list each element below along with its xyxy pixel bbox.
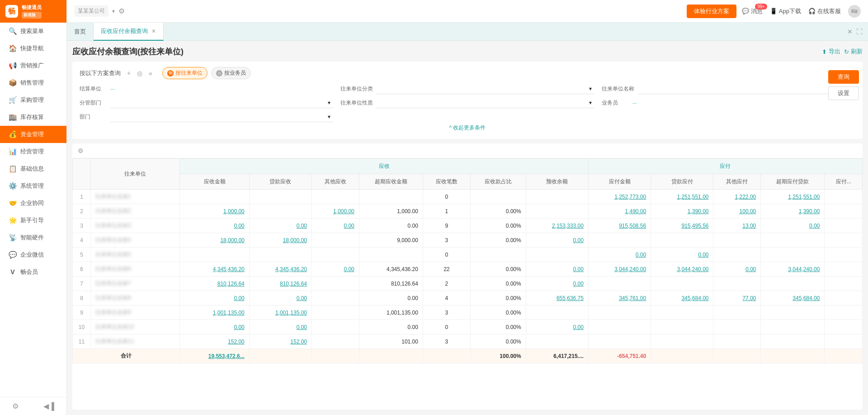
guide-icon: 🌟 <box>9 216 17 224</box>
results-table: 往来单位 应收 应付 应收金额 贷款应收 其他应收 超期应收金额 应收笔数 应收… <box>72 158 863 363</box>
filter-partner-type-label: 往来单位分类 <box>340 85 373 93</box>
export-button[interactable]: ⬆ 导出 <box>822 48 840 56</box>
marketing-icon: 📢 <box>9 62 17 70</box>
row-ap-overdue-10 <box>761 334 825 349</box>
filter-partner-nature-select[interactable]: ▾ <box>377 98 594 108</box>
row-ap-overdue-6 <box>761 277 825 291</box>
sidebar-item-inventory[interactable]: 🏬 库存核算 <box>0 109 66 126</box>
row-ap-overdue-7: 345,684.00 <box>761 291 825 305</box>
collapse-sidebar-icon[interactable]: ◀▐ <box>43 402 54 410</box>
tab-receivable-query[interactable]: 应收应付余额查询 ✕ <box>94 23 164 41</box>
row-ap-amount-8 <box>588 305 651 320</box>
filter-subdept-select[interactable]: ▾ <box>110 112 333 122</box>
row-ar-loan-0 <box>249 190 311 204</box>
app-download-button[interactable]: 📱 App下载 <box>770 7 801 15</box>
scheme-tag-salesperson[interactable]: ◷ 按业务员 <box>211 67 251 79</box>
sidebar-item-search[interactable]: 🔍 搜索菜单 <box>0 23 66 40</box>
settings-gear-icon[interactable]: ⚙ <box>118 7 125 15</box>
row-ar-overdue-2: 0.00 <box>359 219 423 233</box>
messages-button[interactable]: 💬 消息 99+ <box>742 7 763 15</box>
sidebar-item-member[interactable]: V 畅会员 <box>0 263 66 281</box>
row-ar-overdue-9: 0.00 <box>359 320 423 334</box>
sidebar-item-system[interactable]: ⚙️ 系统管理 <box>0 177 66 195</box>
sidebar-item-finance[interactable]: 💰 资金管理 <box>0 126 66 143</box>
export-icon: ⬆ <box>822 48 827 55</box>
add-scheme-icon[interactable]: ＋ <box>124 69 133 78</box>
sidebar-item-guide[interactable]: 🌟 新手引导 <box>0 212 66 229</box>
query-settings-buttons: 查询 设置 <box>828 70 859 100</box>
cta-button[interactable]: 体验行业方案 <box>687 5 736 18</box>
member-icon: V <box>9 268 17 276</box>
th-ap-other: 其他应付 <box>713 174 761 190</box>
sidebar-logo: 畅 畅捷通员 标准版 <box>0 0 66 23</box>
row-ap-other-0: 1,222.00 <box>713 190 761 204</box>
row-ar-advance-4 <box>526 248 588 262</box>
table-row: 3 往来单位名称3 0.00 0.00 0.00 0.00 9 0.00% 2,… <box>73 219 863 233</box>
sidebar-item-finance-label: 资金管理 <box>20 130 44 138</box>
sidebar-item-wechat-label: 企业微信 <box>20 251 44 259</box>
refresh-button[interactable]: ↻ 刷新 <box>844 48 863 56</box>
filter-salesperson-dots[interactable]: ··· <box>632 100 637 106</box>
sidebar-item-nav[interactable]: 🏠 快捷导航 <box>0 40 66 57</box>
total-ar-overdue <box>359 349 423 363</box>
row-ar-other-8 <box>312 305 359 320</box>
breadcrumb-arrow: ▾ <box>112 8 115 14</box>
close-window-icon[interactable]: ✕ <box>847 28 853 35</box>
sidebar-item-basic[interactable]: 📋 基础信息 <box>0 160 66 177</box>
filter-settlement-dots[interactable]: ··· <box>110 86 115 92</box>
page-header: 应收应付余额查询(按往来单位) ⬆ 导出 ↻ 刷新 <box>72 46 863 57</box>
service-icon: 🎧 <box>808 8 816 14</box>
scheme-tag-salesperson-label: 按业务员 <box>224 69 246 77</box>
filter-collapse-button[interactable]: ^ 收起更多条件 <box>80 122 855 134</box>
sidebar-item-enterprise[interactable]: 🤝 企业协同 <box>0 195 66 212</box>
tab-home[interactable]: 首页 <box>67 23 94 41</box>
maximize-icon[interactable]: ⛶ <box>856 28 863 35</box>
row-ap-other-8 <box>713 305 761 320</box>
row-ap-overdue-5: 3,044,240.00 <box>761 262 825 277</box>
settings-button[interactable]: 设置 <box>828 86 859 100</box>
sidebar-item-sales[interactable]: 📦 销售管理 <box>0 74 66 91</box>
table-gear-icon[interactable]: ⚙ <box>78 147 84 154</box>
app-label: App下载 <box>779 7 801 15</box>
sidebar-item-hardware-label: 智能硬件 <box>20 234 44 242</box>
service-button[interactable]: 🎧 在线客服 <box>808 7 841 15</box>
sidebar-item-operation[interactable]: 📊 经营管理 <box>0 143 66 160</box>
filter-field-salesperson: 业务员 ··· <box>602 98 855 108</box>
settings-footer-icon[interactable]: ⚙ <box>12 402 19 410</box>
sidebar-item-inventory-label: 库存核算 <box>20 113 44 121</box>
hardware-icon: 📡 <box>9 234 17 242</box>
logo-icon: 畅 <box>5 5 18 18</box>
filter-field-partner-name: 往来单位名称 <box>602 84 855 94</box>
sidebar-item-marketing[interactable]: 📢 营销推广 <box>0 57 66 74</box>
filter-subdept-label: 部门 <box>80 113 107 121</box>
user-avatar[interactable]: Rit <box>848 5 861 18</box>
sidebar-item-hardware[interactable]: 📡 智能硬件 <box>0 229 66 246</box>
operation-icon: 📊 <box>9 148 17 156</box>
scheme-tag-partner[interactable]: 畅 按往来单位 <box>162 67 208 79</box>
row-ap-loan-7: 345,684.00 <box>651 291 713 305</box>
filter-dept-select[interactable]: ▾ <box>110 98 333 108</box>
filter-partner-name-input[interactable] <box>638 84 855 94</box>
table-row: 11 往来单位名称11 152.00 152.00 101.00 3 0.00% <box>73 334 863 349</box>
sidebar-item-basic-label: 基础信息 <box>20 165 44 173</box>
filter-partner-type-select[interactable]: ▾ <box>377 84 594 94</box>
tab-close-icon[interactable]: ✕ <box>151 28 156 34</box>
row-ap-extra-1 <box>825 204 863 219</box>
row-ar-amount-2: 0.00 <box>180 219 249 233</box>
target-scheme-icon[interactable]: ◎ <box>135 69 144 78</box>
row-ar-count-5: 22 <box>423 262 470 277</box>
row-ap-loan-0: 1,251,551.00 <box>651 190 713 204</box>
table-row: 8 往来单位名称8 0.00 0.00 0.00 4 0.00% 655,636… <box>73 291 863 305</box>
row-ap-overdue-3 <box>761 233 825 248</box>
filter-field-dept: 分管部门 ▾ <box>80 98 333 108</box>
collapse-scheme-icon[interactable]: « <box>146 69 155 78</box>
th-ar-advance: 预收余额 <box>526 174 588 190</box>
chevron-down-dept-icon: ▾ <box>328 100 330 106</box>
row-ar-loan-4 <box>249 248 311 262</box>
sidebar-item-wechat[interactable]: 💬 企业微信 <box>0 246 66 263</box>
sidebar-item-purchase[interactable]: 🛒 采购管理 <box>0 91 66 109</box>
row-ar-advance-0 <box>526 190 588 204</box>
row-num-2: 3 <box>73 219 91 233</box>
query-button[interactable]: 查询 <box>828 70 859 84</box>
total-ar-amount: 19,553,472,6... <box>180 349 249 363</box>
